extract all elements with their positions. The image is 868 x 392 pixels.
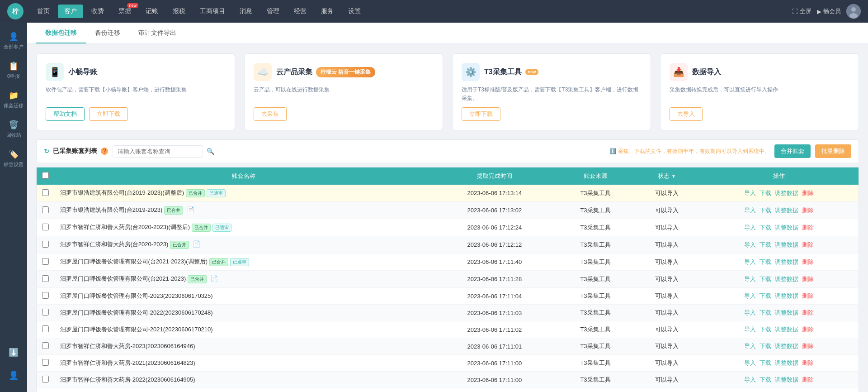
action-删除[interactable]: 删除 — [800, 275, 816, 283]
help-doc-button[interactable]: 帮助文档 — [46, 107, 85, 121]
search-button[interactable]: 🔍 — [207, 148, 214, 155]
nav-item-tax[interactable]: 报税 — [166, 5, 192, 18]
action-下载[interactable]: 下载 — [758, 359, 773, 367]
action-删除[interactable]: 删除 — [800, 258, 816, 266]
nav-item-service[interactable]: 服务 — [315, 5, 340, 18]
action-调整数据[interactable]: 调整数据 — [773, 309, 800, 317]
nav-item-operation[interactable]: 经营 — [288, 5, 313, 18]
action-下载[interactable]: 下载 — [758, 189, 773, 197]
action-导入[interactable]: 导入 — [742, 342, 758, 350]
goto-collect-button[interactable]: 去采集 — [254, 107, 287, 121]
action-调整数据[interactable]: 调整数据 — [773, 241, 800, 249]
action-下载[interactable]: 下载 — [758, 275, 773, 283]
action-下载[interactable]: 下载 — [758, 292, 773, 300]
action-下载[interactable]: 下载 — [758, 206, 773, 215]
t3-download-button[interactable]: 立即下载 — [462, 107, 500, 121]
row-checkbox[interactable] — [42, 359, 49, 366]
row-checkbox[interactable] — [42, 275, 49, 282]
action-导入[interactable]: 导入 — [742, 309, 758, 317]
action-调整数据[interactable]: 调整数据 — [773, 189, 800, 197]
action-删除[interactable]: 删除 — [800, 309, 816, 317]
nav-item-manage[interactable]: 管理 — [260, 5, 286, 18]
member-button[interactable]: ▶ 畅会员 — [817, 7, 841, 15]
action-调整数据[interactable]: 调整数据 — [773, 342, 800, 350]
action-导入[interactable]: 导入 — [742, 292, 758, 300]
action-删除[interactable]: 删除 — [800, 189, 816, 197]
sidebar-item-account-migration[interactable]: 📁 账套迁移 — [0, 86, 27, 114]
batch-delete-button[interactable]: 批量删除 — [815, 144, 851, 158]
row-checkbox[interactable] — [42, 309, 49, 316]
nav-item-bookkeeping[interactable]: 记账 — [139, 5, 165, 18]
action-调整数据[interactable]: 调整数据 — [773, 359, 800, 367]
action-删除[interactable]: 删除 — [800, 206, 816, 215]
action-调整数据[interactable]: 调整数据 — [773, 376, 800, 384]
row-checkbox[interactable] — [42, 342, 49, 349]
action-导入[interactable]: 导入 — [742, 241, 758, 249]
tab-data-migration[interactable]: 数据包迁移 — [36, 24, 86, 43]
row-checkbox[interactable] — [42, 376, 49, 382]
nav-item-settings[interactable]: 设置 — [342, 5, 367, 18]
row-checkbox[interactable] — [42, 224, 49, 230]
action-下载[interactable]: 下载 — [758, 258, 773, 266]
nav-item-customer[interactable]: 客户 — [58, 5, 83, 18]
nav-item-ticket[interactable]: 票据 new — [112, 5, 137, 18]
action-删除[interactable]: 删除 — [800, 342, 816, 350]
action-下载[interactable]: 下载 — [758, 376, 773, 384]
action-下载[interactable]: 下载 — [758, 224, 773, 232]
sidebar-item-download[interactable]: ⬇️ — [7, 343, 20, 362]
action-下载[interactable]: 下载 — [758, 325, 773, 334]
action-删除[interactable]: 删除 — [800, 325, 816, 334]
help-icon[interactable]: ❓ — [101, 148, 108, 155]
action-调整数据[interactable]: 调整数据 — [773, 292, 800, 300]
row-actions: 导入下载调整数据删除 — [699, 338, 859, 355]
nav-item-home[interactable]: 首页 — [31, 5, 56, 18]
action-下载[interactable]: 下载 — [758, 309, 773, 317]
action-调整数据[interactable]: 调整数据 — [773, 206, 800, 215]
action-删除[interactable]: 删除 — [800, 359, 816, 367]
action-导入[interactable]: 导入 — [742, 359, 758, 367]
user-avatar[interactable] — [846, 4, 861, 19]
action-导入[interactable]: 导入 — [742, 275, 758, 283]
goto-import-button[interactable]: 去导入 — [670, 107, 703, 121]
nav-item-business[interactable]: 工商项目 — [193, 5, 231, 18]
row-checkbox[interactable] — [42, 292, 49, 299]
action-下载[interactable]: 下载 — [758, 342, 773, 350]
action-调整数据[interactable]: 调整数据 — [773, 275, 800, 283]
sidebar-item-profile[interactable]: 👤 — [7, 366, 20, 385]
action-删除[interactable]: 删除 — [800, 224, 816, 232]
nav-item-message[interactable]: 消息 — [233, 5, 259, 18]
action-导入[interactable]: 导入 — [742, 258, 758, 266]
action-导入[interactable]: 导入 — [742, 376, 758, 384]
search-input[interactable] — [113, 145, 203, 158]
action-调整数据[interactable]: 调整数据 — [773, 258, 800, 266]
action-删除[interactable]: 删除 — [800, 292, 816, 300]
action-调整数据[interactable]: 调整数据 — [773, 224, 800, 232]
action-调整数据[interactable]: 调整数据 — [773, 325, 800, 334]
th-status[interactable]: 状态 ▼ — [634, 167, 699, 185]
fullscreen-button[interactable]: ⛶ 全屏 — [792, 7, 811, 15]
row-checkbox[interactable] — [42, 189, 49, 196]
row-checkbox[interactable] — [42, 325, 49, 332]
nav-item-fee[interactable]: 收费 — [85, 5, 110, 18]
sidebar-item-tags[interactable]: 🏷️ 标签设置 — [0, 145, 27, 172]
action-导入[interactable]: 导入 — [742, 189, 758, 197]
sidebar-item-zero-report[interactable]: 📋 0申报 — [0, 57, 27, 84]
action-导入[interactable]: 导入 — [742, 206, 758, 215]
sidebar-item-all-customers[interactable]: 👤 全部客户 — [0, 27, 27, 55]
sidebar-item-recycle[interactable]: 🗑️ 回收站 — [0, 115, 27, 143]
select-all-checkbox[interactable] — [42, 172, 49, 179]
action-导入[interactable]: 导入 — [742, 325, 758, 334]
refresh-icon[interactable]: ↻ — [44, 148, 49, 155]
download-now-button[interactable]: 立即下载 — [89, 107, 128, 121]
row-checkbox[interactable] — [42, 206, 49, 213]
row-checkbox[interactable] — [42, 241, 49, 248]
action-删除[interactable]: 删除 — [800, 376, 816, 384]
app-logo[interactable]: 柠 — [7, 3, 24, 19]
action-删除[interactable]: 删除 — [800, 241, 816, 249]
merge-account-button[interactable]: 合并账套 — [774, 144, 811, 158]
action-导入[interactable]: 导入 — [742, 224, 758, 232]
action-下载[interactable]: 下载 — [758, 241, 773, 249]
row-checkbox[interactable] — [42, 258, 49, 265]
tab-audit-export[interactable]: 审计文件导出 — [129, 24, 185, 43]
tab-backup-migration[interactable]: 备份迁移 — [86, 24, 129, 43]
